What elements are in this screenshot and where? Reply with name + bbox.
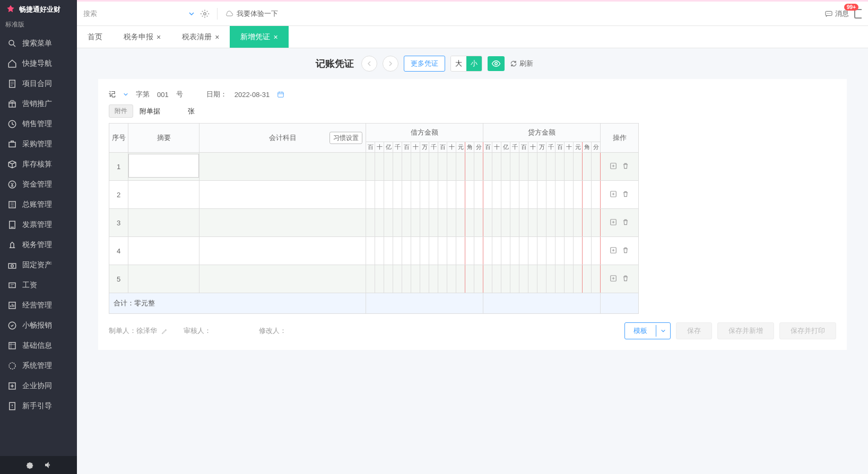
ledger-icon: [7, 200, 17, 209]
preview-button[interactable]: [488, 56, 505, 71]
calendar-icon[interactable]: [277, 91, 284, 98]
table-row: 4: [109, 237, 639, 265]
close-icon[interactable]: ×: [215, 33, 219, 41]
subject-cell[interactable]: [199, 181, 366, 209]
refresh-button[interactable]: 刷新: [510, 59, 533, 68]
attach-button[interactable]: 附件: [109, 104, 133, 118]
sidebar-item-ledger[interactable]: 总账管理: [0, 195, 77, 215]
voucher-type[interactable]: 记: [109, 90, 116, 99]
edit-icon[interactable]: [161, 328, 168, 335]
add-row-icon[interactable]: [610, 218, 617, 226]
tab[interactable]: 首页: [77, 26, 113, 48]
chevron-left-icon: [366, 60, 372, 67]
delete-row-icon[interactable]: [622, 275, 629, 282]
creator: 制单人：徐泽华: [109, 326, 168, 336]
close-icon[interactable]: ×: [273, 33, 277, 41]
asset-icon: [7, 260, 17, 270]
subject-cell[interactable]: [199, 209, 366, 237]
chevron-down-icon[interactable]: [656, 325, 670, 337]
prev-button[interactable]: [361, 56, 377, 72]
summary-input[interactable]: [128, 154, 199, 178]
sidebar-item-money[interactable]: 资金管理: [0, 174, 77, 195]
size-small[interactable]: 小: [466, 56, 482, 71]
sidebar-item-box[interactable]: 库存核算: [0, 154, 77, 174]
tab[interactable]: 税表清册×: [171, 26, 230, 48]
sidebar-item-asset[interactable]: 固定资产: [0, 255, 77, 275]
voucher-footer: 制单人：徐泽华 审核人： 修改人： 模板 保存 保存并新增 保存并: [98, 314, 847, 339]
add-row-icon[interactable]: [610, 162, 617, 170]
search-label: 搜索: [83, 9, 97, 19]
sidebar-item-home[interactable]: 快捷导航: [0, 54, 77, 74]
more-vouchers-button[interactable]: 更多凭证: [404, 56, 445, 72]
tabs: 首页税务申报×税表清册×新增凭证×: [77, 26, 868, 48]
next-button[interactable]: [383, 56, 398, 72]
search-dropdown[interactable]: 搜索: [83, 9, 195, 19]
save-new-button[interactable]: 保存并新增: [717, 322, 774, 339]
sidebar-item-gift[interactable]: 营销推广: [0, 94, 77, 114]
settings-icon[interactable]: [24, 460, 34, 470]
gift-icon: [7, 99, 17, 109]
summary-cell[interactable]: [128, 237, 199, 265]
col-ops: 操作: [601, 124, 639, 153]
subject-cell[interactable]: [199, 153, 366, 181]
sidebar-item-cart-out[interactable]: 销售管理: [0, 114, 77, 134]
sidebar-item-guide[interactable]: 新手引导: [0, 396, 77, 416]
sidebar-item-tax[interactable]: 税务管理: [0, 235, 77, 255]
delete-row-icon[interactable]: [622, 247, 629, 254]
svg-point-20: [828, 13, 829, 13]
cart-out-icon: [7, 119, 17, 129]
delete-row-icon[interactable]: [622, 218, 629, 226]
sound-icon[interactable]: [44, 460, 53, 470]
save-button[interactable]: 保存: [676, 322, 712, 339]
voucher-type-dropdown[interactable]: [123, 92, 128, 97]
sidebar: 畅捷通好业财 标准版 搜索菜单快捷导航项目合同营销推广销售管理采购管理库存核算资…: [0, 0, 77, 474]
add-row-icon[interactable]: [610, 190, 617, 198]
info-icon: [7, 341, 17, 350]
sidebar-item-invoice[interactable]: 发票管理: [0, 215, 77, 235]
save-print-button[interactable]: 保存并打印: [779, 322, 836, 339]
logo-icon: [5, 4, 16, 15]
gear-icon[interactable]: [200, 9, 210, 19]
sidebar-item-info[interactable]: 基础信息: [0, 336, 77, 356]
size-big[interactable]: 大: [451, 56, 466, 71]
col-credit: 贷方金额: [483, 124, 601, 142]
row-seq: 5: [109, 265, 128, 293]
tab[interactable]: 新增凭证×: [230, 26, 288, 48]
voucher-date[interactable]: 2022-08-31: [235, 91, 270, 99]
subject-cell[interactable]: [199, 237, 366, 265]
summary-cell[interactable]: [128, 265, 199, 293]
template-button[interactable]: 模板: [624, 322, 671, 339]
delete-row-icon[interactable]: [622, 162, 629, 170]
sidebar-item-doc[interactable]: 项目合同: [0, 74, 77, 94]
svg-rect-13: [9, 343, 15, 349]
app-name: 畅捷通好业财: [19, 5, 60, 14]
edition-label: 标准版: [0, 19, 77, 33]
voucher-number[interactable]: 001: [157, 91, 169, 99]
tab[interactable]: 税务申报×: [113, 26, 171, 48]
sidebar-item-chart[interactable]: 经营管理: [0, 295, 77, 315]
summary-cell[interactable]: [128, 181, 199, 209]
add-row-icon[interactable]: [610, 275, 617, 282]
svg-point-9: [11, 265, 14, 267]
subject-cell[interactable]: [199, 265, 366, 293]
summary-cell[interactable]: [128, 209, 199, 237]
auditor: 审核人：: [184, 326, 211, 336]
sidebar-item-collab[interactable]: 企业协同: [0, 376, 77, 396]
sidebar-item-report[interactable]: 小畅报销: [0, 315, 77, 336]
try-it-link[interactable]: 我要体验一下: [225, 9, 278, 19]
delete-row-icon[interactable]: [622, 190, 629, 198]
sidebar-item-search[interactable]: 搜索菜单: [0, 33, 77, 54]
size-toggle: 大 小: [450, 56, 482, 72]
row-seq: 1: [109, 153, 128, 181]
close-icon[interactable]: ×: [157, 33, 161, 41]
habit-settings-button[interactable]: 习惯设置: [329, 132, 362, 144]
add-row-icon[interactable]: [610, 247, 617, 254]
guide-icon: [7, 401, 17, 411]
sidebar-item-salary[interactable]: 工资: [0, 275, 77, 295]
sidebar-item-cart-in[interactable]: 采购管理: [0, 134, 77, 154]
table-row: 5: [109, 265, 639, 293]
chevron-right-icon: [387, 60, 394, 67]
sidebar-item-system[interactable]: 系统管理: [0, 356, 77, 376]
messages-button[interactable]: 消息 99+: [824, 9, 849, 19]
sidebar-footer: [0, 456, 77, 474]
